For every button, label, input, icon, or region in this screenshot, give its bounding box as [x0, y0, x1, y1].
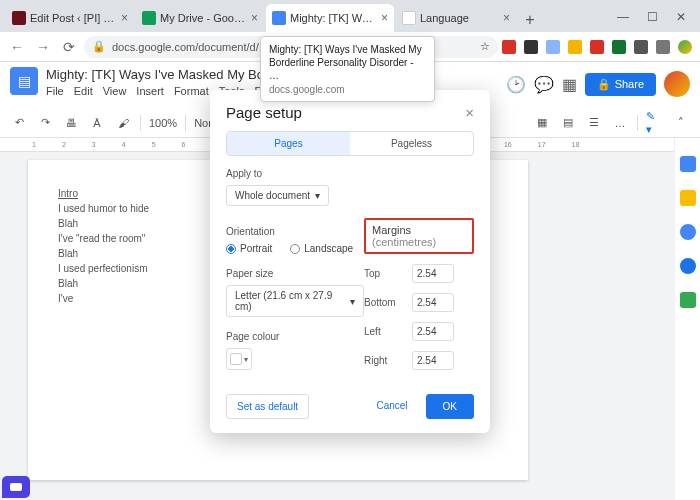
star-icon[interactable]: ☆	[480, 40, 490, 53]
favicon	[142, 11, 156, 25]
chevron-down-icon: ▾	[315, 190, 320, 201]
radio-icon	[290, 244, 300, 254]
close-button[interactable]: ✕	[676, 10, 686, 24]
tab-label: Edit Post ‹ [PI] How	[30, 12, 117, 24]
close-icon[interactable]: ×	[251, 11, 258, 25]
browser-tab-3[interactable]: Language ×	[396, 4, 516, 32]
favicon	[12, 11, 26, 25]
ext-icon[interactable]	[502, 40, 516, 54]
apply-to-dropdown[interactable]: Whole document ▾	[226, 185, 329, 206]
browser-tab-2[interactable]: Mighty: [TK] Ways… ×	[266, 4, 394, 32]
ext-icon[interactable]	[612, 40, 626, 54]
tab-label: Mighty: [TK] Ways…	[290, 12, 377, 24]
minimize-button[interactable]: —	[617, 10, 629, 24]
margin-left-input[interactable]	[412, 322, 454, 341]
dialog-tabs: Pages Pageless	[226, 131, 474, 156]
set-as-default-button[interactable]: Set as default	[226, 394, 309, 419]
url-text: docs.google.com/document/d/	[112, 41, 259, 53]
close-icon[interactable]: ×	[503, 11, 510, 25]
modal-overlay: Page setup × Pages Pageless Apply to Who…	[0, 60, 700, 500]
radio-icon	[226, 244, 236, 254]
paper-size-label: Paper size	[226, 268, 364, 279]
margin-bottom-input[interactable]	[412, 293, 454, 312]
ext-icon[interactable]	[634, 40, 648, 54]
apply-to-label: Apply to	[226, 168, 474, 179]
tab-label: My Drive - Google …	[160, 12, 247, 24]
favicon	[402, 11, 416, 25]
profile-avatar[interactable]	[678, 40, 692, 54]
close-icon[interactable]: ×	[121, 11, 128, 25]
ext-icon[interactable]	[546, 40, 560, 54]
lock-icon: 🔒	[92, 40, 106, 53]
ext-icon[interactable]	[524, 40, 538, 54]
chevron-down-icon: ▾	[350, 296, 355, 307]
margin-bottom-label: Bottom	[364, 297, 406, 308]
ext-icon[interactable]	[590, 40, 604, 54]
paper-size-dropdown[interactable]: Letter (21.6 cm x 27.9 cm) ▾	[226, 285, 364, 317]
extensions	[502, 40, 694, 54]
new-tab-button[interactable]: +	[518, 8, 542, 32]
margins-unit: (centimetres)	[372, 236, 436, 248]
reload-button[interactable]: ⟳	[58, 36, 80, 58]
margin-top-input[interactable]	[412, 264, 454, 283]
close-icon[interactable]: ×	[465, 104, 474, 121]
radio-portrait[interactable]: Portrait	[226, 243, 272, 254]
tab-pageless[interactable]: Pageless	[350, 132, 473, 155]
tab-label: Language	[420, 12, 499, 24]
browser-tab-0[interactable]: Edit Post ‹ [PI] How ×	[6, 4, 134, 32]
forward-button[interactable]: →	[32, 36, 54, 58]
close-icon[interactable]: ×	[381, 11, 388, 25]
maximize-button[interactable]: ☐	[647, 10, 658, 24]
margins-header-highlight: Margins (centimetres)	[364, 218, 474, 254]
window-controls: — ☐ ✕	[617, 10, 700, 32]
dialog-title: Page setup	[226, 104, 302, 121]
page-colour-button[interactable]: ▾	[226, 348, 252, 370]
puzzle-icon[interactable]	[656, 40, 670, 54]
margin-right-input[interactable]	[412, 351, 454, 370]
orientation-label: Orientation	[226, 226, 364, 237]
tab-tooltip: Mighty: [TK] Ways I've Masked My Borderl…	[260, 36, 435, 102]
radio-landscape[interactable]: Landscape	[290, 243, 353, 254]
margins-label: Margins	[372, 224, 411, 236]
page-setup-dialog: Page setup × Pages Pageless Apply to Who…	[210, 90, 490, 433]
tooltip-domain: docs.google.com	[269, 84, 426, 95]
cancel-button[interactable]: Cancel	[366, 394, 417, 419]
margin-right-label: Right	[364, 355, 406, 366]
chevron-down-icon: ▾	[244, 355, 248, 364]
margin-top-label: Top	[364, 268, 406, 279]
margin-left-label: Left	[364, 326, 406, 337]
dropdown-value: Letter (21.6 cm x 27.9 cm)	[235, 290, 345, 312]
ok-button[interactable]: OK	[426, 394, 474, 419]
back-button[interactable]: ←	[6, 36, 28, 58]
browser-tab-1[interactable]: My Drive - Google … ×	[136, 4, 264, 32]
dropdown-value: Whole document	[235, 190, 310, 201]
browser-tabstrip: Edit Post ‹ [PI] How × My Drive - Google…	[0, 0, 700, 32]
tab-pages[interactable]: Pages	[227, 132, 350, 155]
favicon	[272, 11, 286, 25]
page-colour-label: Page colour	[226, 331, 364, 342]
colour-swatch	[230, 353, 242, 365]
tooltip-title: Mighty: [TK] Ways I've Masked My Borderl…	[269, 43, 426, 82]
ext-icon[interactable]	[568, 40, 582, 54]
